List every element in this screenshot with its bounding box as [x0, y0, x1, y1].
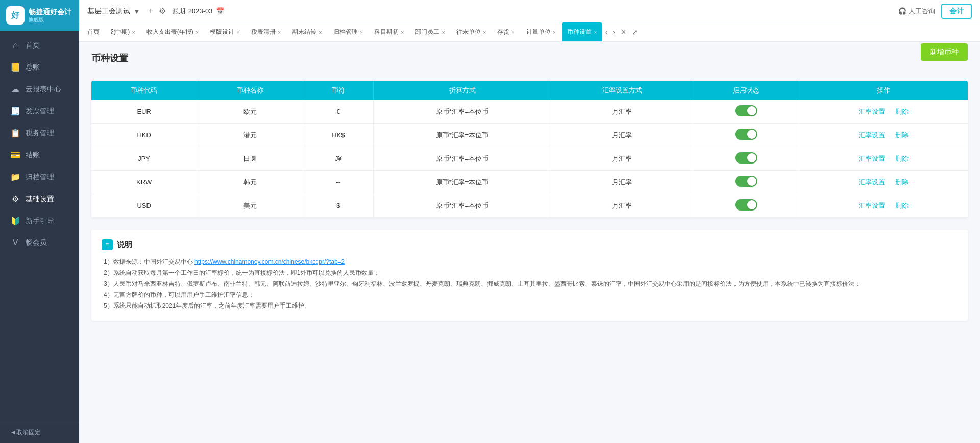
notice-link[interactable]: https://www.chinamoney.com.cn/chinese/bk… — [194, 258, 345, 265]
new-currency-button[interactable]: 新增币种 — [921, 43, 968, 61]
settings-icon[interactable]: ⚙ — [159, 6, 166, 16]
sidebar-item-member[interactable]: V 畅会员 — [0, 232, 79, 253]
cell-row1-col0: HKD — [91, 124, 197, 147]
table-row: USD美元$原币*汇率=本位币月汇率汇率设置 删除 — [91, 194, 968, 218]
tab-currency[interactable]: 币种设置× — [562, 22, 602, 42]
rate-setting-link-row1[interactable]: 汇率设置 — [859, 131, 885, 139]
tab-unit[interactable]: 计量单位× — [521, 22, 561, 42]
rate-setting-link-row0[interactable]: 汇率设置 — [859, 108, 885, 115]
notice-item-1: 2）系统自动获取每月第一个工作日的汇率标价，统一为直接标价法，即1外币可以兑换的… — [102, 268, 958, 279]
tab-label-balance: ξ(中期) — [111, 28, 130, 36]
logo-text-block: 畅捷通好会计 旗舰版 — [29, 7, 71, 24]
notice-icon: ≡ — [102, 239, 113, 250]
tab-close-income_report[interactable]: × — [195, 29, 199, 35]
sidebar-icon-member: V — [10, 238, 20, 247]
account-button[interactable]: 会计 — [941, 4, 972, 19]
tab-tax_book[interactable]: 税表清册× — [246, 22, 286, 42]
toggle-row2[interactable] — [735, 152, 757, 164]
rate-setting-link-row3[interactable]: 汇率设置 — [859, 178, 885, 186]
tab-close-archive_mgr[interactable]: × — [360, 29, 363, 35]
tab-period_end[interactable]: 期末结转× — [287, 22, 327, 42]
tab-income_report[interactable]: 收入支出表(年报)× — [141, 22, 204, 42]
logo-icon: 好 — [6, 6, 24, 25]
table-row: HKD港元HK$原币*汇率=本位币月汇率汇率设置 删除 — [91, 124, 968, 147]
tab-close-unit[interactable]: × — [553, 29, 556, 35]
sidebar-icon-checkout: 💳 — [10, 150, 20, 160]
sidebar-item-home[interactable]: ⌂ 首页 — [0, 35, 79, 56]
delete-link-row0[interactable]: 删除 — [895, 108, 909, 115]
tab-archive_mgr[interactable]: 归档管理× — [328, 22, 368, 42]
cell-row2-col1: 日圆 — [197, 147, 303, 171]
tab-close-period_end[interactable]: × — [318, 29, 322, 35]
tabs-close-all-btn[interactable]: × — [618, 27, 629, 38]
topbar: 基层工会测试 ▼ ＋ ⚙ 账期 2023-03 📅 🎧 人工咨询 会计 — [79, 0, 980, 22]
tabs-prev-btn[interactable]: ‹ — [603, 27, 610, 37]
tab-close-tax_book[interactable]: × — [278, 29, 281, 35]
tab-label-tax_book: 税表清册 — [251, 28, 276, 36]
sidebar-icon-archive: 📁 — [10, 172, 20, 182]
tabs-next-btn[interactable]: › — [610, 27, 617, 37]
tab-department[interactable]: 部门员工× — [410, 22, 450, 42]
tab-close-balance[interactable]: × — [132, 29, 135, 35]
tab-close-currency[interactable]: × — [594, 29, 597, 35]
tab-close-template[interactable]: × — [236, 29, 239, 35]
sidebar-item-ledger[interactable]: 📒 总账 — [0, 56, 79, 78]
cell-row4-col4: 月汇率 — [551, 194, 693, 218]
sidebar-item-reports[interactable]: ☁ 云报表中心 — [0, 78, 79, 100]
tab-inventory[interactable]: 存货× — [492, 22, 520, 42]
notice-title: ≡ 说明 — [102, 239, 958, 250]
tab-close-inventory[interactable]: × — [511, 29, 514, 35]
toggle-row0[interactable] — [735, 105, 757, 116]
tab-home[interactable]: 首页 — [82, 22, 105, 42]
tab-contacts[interactable]: 往来单位× — [451, 22, 491, 42]
sidebar-icon-home: ⌂ — [10, 41, 20, 50]
cell-row3-col4: 月汇率 — [551, 171, 693, 194]
notice-section: ≡ 说明 1）数据来源：中国外汇交易中心 https://www.chinamo… — [91, 230, 968, 321]
tab-close-contacts[interactable]: × — [483, 29, 486, 35]
cell-row3-col0: KRW — [91, 171, 197, 194]
cell-row4-toggle — [693, 194, 799, 218]
toggle-row3[interactable] — [735, 176, 757, 187]
cell-row2-col0: JPY — [91, 147, 197, 171]
help-label: 人工咨询 — [909, 7, 935, 16]
notice-title-text: 说明 — [117, 240, 132, 250]
delete-link-row3[interactable]: 删除 — [895, 178, 909, 186]
tab-label-unit: 计量单位 — [526, 28, 551, 36]
project-dropdown-icon[interactable]: ▼ — [133, 7, 140, 15]
tab-close-subject_init[interactable]: × — [401, 29, 404, 35]
calendar-icon[interactable]: 📅 — [216, 7, 224, 15]
cell-row3-actions: 汇率设置 删除 — [799, 171, 968, 194]
sidebar-item-basic[interactable]: ⚙ 基础设置 — [0, 188, 79, 210]
sidebar-icon-basic: ⚙ — [10, 194, 20, 204]
tab-template[interactable]: 模版设计× — [205, 22, 244, 42]
cell-row3-col2: -- — [303, 171, 374, 194]
notice-item-0: 1）数据来源：中国外汇交易中心 https://www.chinamoney.c… — [102, 257, 958, 268]
period-label: 账期 — [172, 7, 185, 16]
sidebar-item-guide[interactable]: 🔰 新手引导 — [0, 210, 79, 232]
rate-setting-link-row4[interactable]: 汇率设置 — [859, 202, 885, 209]
sidebar-item-invoice[interactable]: 🧾 发票管理 — [0, 100, 79, 122]
add-project-icon[interactable]: ＋ — [146, 6, 155, 16]
toggle-row4[interactable] — [735, 199, 757, 211]
logo-title: 畅捷通好会计 — [29, 7, 71, 16]
tab-subject_init[interactable]: 科目期初× — [369, 22, 409, 42]
rate-setting-link-row2[interactable]: 汇率设置 — [859, 155, 885, 162]
help-button[interactable]: 🎧 人工咨询 — [898, 7, 935, 16]
sidebar-item-archive[interactable]: 📁 归档管理 — [0, 166, 79, 188]
cell-row0-toggle — [693, 100, 799, 124]
tabs-expand-btn[interactable]: ⤢ — [630, 27, 640, 37]
delete-link-row2[interactable]: 删除 — [895, 155, 909, 162]
cell-row0-col0: EUR — [91, 100, 197, 124]
topbar-project[interactable]: 基层工会测试 ▼ — [87, 7, 140, 16]
notice-item-2: 3）人民币对马来西亚林吉特、俄罗斯卢布、南非兰特、韩元、阿联酋迪拉姆、沙特里亚尔… — [102, 278, 958, 290]
tab-balance[interactable]: ξ(中期)× — [106, 22, 140, 42]
sidebar-unpin[interactable]: ◄取消固定 — [0, 422, 79, 443]
toggle-row1[interactable] — [735, 129, 757, 140]
delete-link-row1[interactable]: 删除 — [895, 131, 909, 139]
sidebar: 好 畅捷通好会计 旗舰版 ⌂ 首页📒 总账☁ 云报表中心🧾 发票管理📋 税务管理… — [0, 0, 79, 443]
sidebar-item-tax[interactable]: 📋 税务管理 — [0, 122, 79, 144]
sidebar-item-checkout[interactable]: 💳 结账 — [0, 144, 79, 166]
delete-link-row4[interactable]: 删除 — [895, 202, 909, 209]
sidebar-label-checkout: 结账 — [26, 151, 40, 160]
tab-close-department[interactable]: × — [442, 29, 445, 35]
